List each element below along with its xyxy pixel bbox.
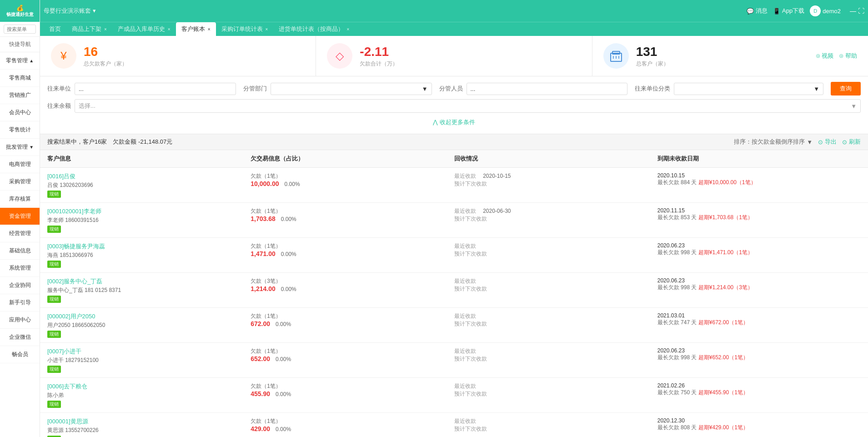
tab-purchase-stats[interactable]: 进货单统计表（按商品） × bbox=[273, 22, 355, 36]
sidebar-item-marketing[interactable]: 营销推广 bbox=[0, 87, 40, 104]
customer-tag: 现销 bbox=[47, 296, 61, 303]
message-button[interactable]: 💬 消息 bbox=[747, 7, 768, 15]
total-customers-icon bbox=[603, 43, 629, 69]
sidebar-item-purchase-mgmt[interactable]: 采购管理 bbox=[0, 173, 40, 191]
tab-bar: 首页 商品上下架 × 产成品入库单历史 × 客户账本 × 采购订单统计表 × 进… bbox=[40, 22, 868, 36]
tab-purchase-orders-close[interactable]: × bbox=[266, 27, 268, 32]
help-link[interactable]: ⊙ 帮助 bbox=[839, 52, 857, 60]
customer-tag: 现销 bbox=[47, 226, 61, 233]
customer-name[interactable]: [0006]去下粮仓 bbox=[47, 382, 251, 391]
debt-amount-row: 429.00 0.00% bbox=[251, 425, 454, 432]
sidebar-item-batch-mgmt[interactable]: 批发管理 ▼ bbox=[0, 139, 40, 156]
tab-products-close[interactable]: × bbox=[104, 27, 107, 32]
debt-amount-card: ◇ -2.11 欠款合计（万） bbox=[316, 36, 592, 76]
search-input[interactable] bbox=[4, 25, 36, 34]
last-payment: 最近收款 bbox=[454, 382, 657, 390]
customer-name[interactable]: [000001]黄思源 bbox=[47, 417, 251, 426]
tab-customer-account-close[interactable]: × bbox=[208, 27, 211, 32]
tab-products[interactable]: 商品上下架 × bbox=[66, 22, 112, 36]
last-payment-label: 最近收款 bbox=[454, 383, 476, 389]
sidebar-item-ecommerce[interactable]: 电商管理 bbox=[0, 156, 40, 173]
customer-contact: 陈小弟 bbox=[47, 392, 251, 399]
customer-name[interactable]: [0002]服务中心_丁磊 bbox=[47, 277, 251, 286]
sidebar-item-system-mgmt[interactable]: 系统管理 bbox=[0, 260, 40, 277]
debt-amount[interactable]: 672.00 bbox=[251, 320, 270, 327]
collapse-button[interactable]: ⋀ 收起更多条件 bbox=[47, 116, 861, 128]
sidebar-item-enterprise[interactable]: 企业协同 bbox=[0, 277, 40, 294]
dept-input[interactable]: ▼ bbox=[271, 83, 432, 95]
tab-production[interactable]: 产成品入库单历史 × bbox=[112, 22, 176, 36]
tab-customer-account[interactable]: 客户账本 × bbox=[176, 22, 216, 36]
total-customers-card: 131 总客户（家） ⊙ 视频 ⊙ 帮助 bbox=[592, 36, 868, 76]
overdue-amount[interactable]: 超期¥672.00（1笔） bbox=[698, 319, 748, 326]
overdue-days: 最长欠款 747 天 超期¥672.00（1笔） bbox=[657, 319, 861, 326]
debt-amount[interactable]: 1,471.00 bbox=[251, 250, 276, 257]
sidebar-item-member[interactable]: 会员中心 bbox=[0, 104, 40, 121]
customer-name[interactable]: [0001020001]李老师 bbox=[47, 207, 251, 216]
unit-category-input[interactable]: ▼ bbox=[674, 83, 823, 95]
refresh-button[interactable]: ⊙ 刷新 bbox=[842, 138, 861, 146]
sidebar-item-enterprise-wechat[interactable]: 企业微信 bbox=[0, 329, 40, 346]
sidebar-item-vip-member[interactable]: 畅会员 bbox=[0, 346, 40, 363]
debt-amount[interactable]: 1,703.68 bbox=[251, 215, 276, 222]
user-menu[interactable]: D demo2 bbox=[810, 5, 841, 16]
manager-input[interactable]: ... bbox=[467, 83, 628, 95]
sidebar-item-retail-stats[interactable]: 零售统计 bbox=[0, 121, 40, 139]
table-row: [0007]小进干 小进干 18279152100 现销 欠款（1笔） 652.… bbox=[40, 343, 868, 378]
tab-purchase-stats-close[interactable]: × bbox=[346, 27, 349, 32]
maximize-icon[interactable]: ⛶ bbox=[858, 7, 864, 15]
customer-name[interactable]: [0003]畅捷服务尹海蕊 bbox=[47, 242, 251, 251]
query-button[interactable]: 查询 bbox=[831, 82, 861, 95]
sidebar-item-operations[interactable]: 经营管理 bbox=[0, 225, 40, 242]
due-date-cell: 2021.03.01 最长欠款 747 天 超期¥672.00（1笔） bbox=[657, 312, 861, 326]
summary-cards: ¥ 16 总欠款客户（家） ◇ -2.11 欠款合计（万） bbox=[40, 36, 868, 76]
debt-amount[interactable]: 1,214.00 bbox=[251, 285, 276, 292]
overdue-amount[interactable]: 超期¥1,214.00（3笔） bbox=[698, 284, 753, 291]
balance-label: 往来余额 bbox=[47, 102, 71, 110]
due-date: 2020.06.23 bbox=[657, 242, 861, 249]
customer-name[interactable]: [0007]小进干 bbox=[47, 347, 251, 356]
sidebar-item-app-center[interactable]: 应用中心 bbox=[0, 311, 40, 329]
dept-filter: 分管部门 ▼ bbox=[243, 83, 432, 95]
debt-amount[interactable]: 652.00 bbox=[251, 355, 270, 362]
sidebar-item-basic-info[interactable]: 基础信息 bbox=[0, 242, 40, 260]
customer-name[interactable]: [000002]用户2050 bbox=[47, 312, 251, 321]
last-payment: 最近收款 2020-10-15 bbox=[454, 172, 657, 180]
customer-contact: 服务中心_丁磊 181 0125 8371 bbox=[47, 286, 251, 294]
sidebar-item-inventory[interactable]: 库存核算 bbox=[0, 191, 40, 208]
debt-info-cell: 欠款（1笔） 10,000.00 0.00% bbox=[251, 172, 454, 187]
overdue-amount[interactable]: 超期¥1,471.00（1笔） bbox=[698, 249, 753, 256]
tab-production-close[interactable]: × bbox=[168, 27, 171, 32]
table-row: [0002]服务中心_丁磊 服务中心_丁磊 181 0125 8371 现销 欠… bbox=[40, 273, 868, 308]
overdue-amount[interactable]: 超期¥455.90（1笔） bbox=[698, 389, 748, 396]
debt-amount[interactable]: 429.00 bbox=[251, 425, 270, 432]
debt-amount-icon: ◇ bbox=[327, 43, 352, 69]
customer-name[interactable]: [0016]吕俊 bbox=[47, 172, 251, 181]
export-button[interactable]: ⊙ 导出 bbox=[818, 138, 837, 146]
sidebar-item-retail-mall[interactable]: 零售商城 bbox=[0, 70, 40, 87]
overdue-amount[interactable]: 超期¥652.00（1笔） bbox=[698, 354, 748, 361]
overdue-amount[interactable]: 超期¥10,000.00（1笔） bbox=[698, 179, 756, 186]
tab-purchase-orders[interactable]: 采购订单统计表 × bbox=[216, 22, 274, 36]
tab-home[interactable]: 首页 bbox=[44, 22, 66, 36]
sidebar-item-retail-mgmt[interactable]: 零售管理 ▲ bbox=[0, 52, 40, 70]
next-payment: 预计下次收款 bbox=[454, 285, 657, 293]
debt-amount[interactable]: 455.90 bbox=[251, 390, 270, 397]
balance-select[interactable]: 选择... ▼ bbox=[75, 99, 861, 113]
from-unit-input[interactable]: ... bbox=[75, 83, 236, 95]
app-download-button[interactable]: 📱 App下载 bbox=[773, 7, 804, 15]
balance-arrow: ▼ bbox=[851, 103, 857, 110]
video-link[interactable]: ⊙ 视频 bbox=[816, 52, 834, 60]
minimize-icon[interactable]: — bbox=[850, 7, 856, 15]
customer-info-cell: [0002]服务中心_丁磊 服务中心_丁磊 181 0125 8371 现销 bbox=[47, 277, 251, 303]
overdue-amount[interactable]: 超期¥429.00（1笔） bbox=[698, 424, 748, 431]
debt-label: 欠款（1笔） bbox=[251, 207, 454, 215]
debt-amount[interactable]: 10,000.00 bbox=[251, 180, 279, 187]
sidebar-item-capital-mgmt[interactable]: 资金管理 bbox=[0, 208, 40, 225]
sidebar-item-new-guide[interactable]: 新手引导 bbox=[0, 294, 40, 311]
customer-info-cell: [0007]小进干 小进干 18279152100 现销 bbox=[47, 347, 251, 373]
sort-button[interactable]: 排序：按欠款金额倒序排序 ▼ bbox=[734, 138, 813, 146]
sidebar-item-quick-nav[interactable]: 快捷导航 bbox=[0, 37, 40, 52]
debt-percent: 0.00% bbox=[281, 286, 296, 292]
overdue-amount[interactable]: 超期¥1,703.68（1笔） bbox=[698, 214, 753, 221]
